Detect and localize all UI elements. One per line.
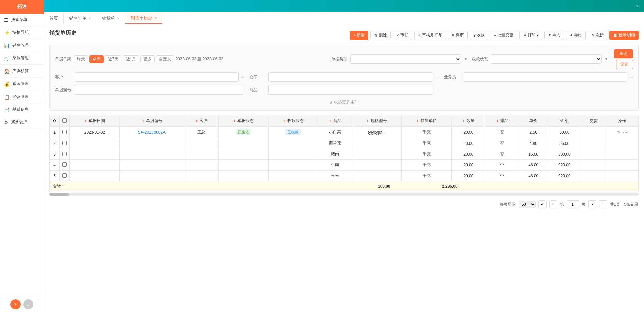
refresh-button[interactable]: ↻ 刷新 [588,31,607,40]
doc-type-dropdown-icon[interactable]: ▾ [465,57,467,61]
table-settings-icon[interactable]: ⚙ [53,119,56,123]
next-page-btn[interactable]: › [588,200,596,208]
tab-sales-history[interactable]: 销货单历史 × [125,12,162,24]
print-button[interactable]: 🖨 打印 ▾ [519,31,542,40]
filter-salesperson-input[interactable] [463,72,627,82]
horizontal-scrollbar[interactable] [49,193,639,196]
filter-goods-dots[interactable]: ··· [435,87,439,92]
setting-button[interactable]: 设置 [616,60,633,69]
more-action-icon[interactable]: ⋯ [623,130,627,135]
doc-no-link[interactable]: SA-20230602-0 [138,130,166,135]
cell-unit-price: 46.00 [519,160,548,171]
sidebar-item-search-menu[interactable]: ☰ 搜索菜单 [0,14,44,26]
show-detail-button[interactable]: 📋 显示明细 [609,31,639,40]
filter-doc-type-select[interactable] [350,54,461,64]
audit-icon: ✓ [396,33,399,37]
col-gift[interactable]: ⬆ 赠品 [485,115,519,127]
last-page-btn[interactable]: » [599,200,607,208]
sidebar-item-business-mgmt[interactable]: 📋 经营管理 [0,90,44,103]
tab-home[interactable]: 首页 [44,12,64,24]
col-customer[interactable]: ⬆ 客户 [185,115,218,127]
row-checkbox[interactable] [62,141,67,145]
sidebar-item-purchase-mgmt[interactable]: 🛒 采购管理 [0,52,44,65]
row-checkbox[interactable] [62,130,67,134]
collect-icon: ¥ [473,33,475,37]
first-page-btn[interactable]: « [538,200,547,208]
col-doc-status[interactable]: ⬆ 单据状态 [218,115,268,127]
business-mgmt-icon: 📋 [4,94,10,100]
scrollbar-thumb[interactable] [49,193,69,196]
cell-gift: 否 [485,171,519,181]
filter-customer-input[interactable] [74,72,239,82]
add-button[interactable]: + 新增 [350,31,368,40]
select-all-checkbox[interactable] [62,118,67,123]
audit-button[interactable]: ✓ 审核 [393,31,412,40]
filter-goods-input[interactable] [268,85,433,95]
cell-action[interactable]: ✎ ⋯ [606,127,638,138]
cell-checkbox[interactable] [60,149,70,160]
date-btn-today[interactable]: 今天 [89,55,104,63]
filter-warehouse-dots[interactable]: ··· [435,75,439,79]
cell-doc-status [218,160,268,171]
cell-checkbox[interactable] [60,171,70,181]
abandon-button[interactable]: ✕ 弃审 [448,31,468,40]
date-btn-custom[interactable]: 自定义 [156,55,174,63]
col-goods[interactable]: ⬆ 商品 [318,115,352,127]
query-button[interactable]: 查询 [614,49,633,58]
sidebar-bottom-btn1[interactable]: ☀ [10,299,21,309]
collect-button[interactable]: ¥ 收款 [470,31,488,40]
cell-spec [352,138,402,149]
cell-checkbox[interactable] [60,138,70,149]
col-collect-status[interactable]: ⬆ 收款状态 [268,115,318,127]
import-button[interactable]: ⬆ 导入 [544,31,564,40]
filter-collect-status-select[interactable] [491,54,602,64]
sidebar-item-label: 系统管理 [11,120,27,125]
tab-sales-goods[interactable]: 销货单 × [96,12,125,24]
filter-warehouse-label: 仓库 [249,74,266,80]
col-unit[interactable]: ⬆ 销售单位 [402,115,452,127]
row-checkbox[interactable] [62,152,67,156]
filter-salesperson-dots[interactable]: ··· [629,75,633,79]
col-doc-date[interactable]: ⬆ 单据日期 [70,115,120,127]
cell-checkbox[interactable] [60,160,70,171]
tab-sales-goods-close[interactable]: × [117,16,119,20]
row-checkbox[interactable] [62,173,67,178]
filter-docno-input[interactable] [74,85,244,95]
filter-customer-dots[interactable]: ··· [241,75,244,79]
filter-warehouse-input[interactable] [268,72,433,82]
export-button[interactable]: ⬇ 导出 [566,31,586,40]
audit-print-button[interactable]: ✓ 审核并打印 [414,31,446,40]
print-icon: 🖨 [523,33,527,37]
collapse-button[interactable]: ∧ 收起更多条件 [328,98,360,106]
col-settings[interactable]: ⚙ [50,115,60,127]
tab-sales-order-close[interactable]: × [89,16,91,20]
date-btn-last7days[interactable]: 近7天 [105,55,121,63]
sidebar-item-sales-mgmt[interactable]: 📊 销售管理 [0,39,44,52]
sidebar-item-base-info[interactable]: 📑 基础信息 [0,103,44,116]
col-spec[interactable]: ⬆ 规格型号 [352,115,402,127]
collect-status-dropdown-icon[interactable]: ▾ [605,57,607,61]
window-close-btn[interactable]: × [636,4,639,9]
page-number-input[interactable] [567,200,579,208]
row-checkbox[interactable] [62,162,67,167]
batch-change-button[interactable]: ≡ 批量变更 [491,31,517,40]
cell-doc-no[interactable]: SA-20230602-0 [119,127,185,138]
sidebar-bottom-btn2[interactable]: ⏸ [23,299,33,309]
tab-sales-history-close[interactable]: × [155,16,157,20]
col-doc-no[interactable]: ⬆ 单据编号 [119,115,185,127]
sidebar-item-finance-mgmt[interactable]: 💰 资金管理 [0,78,44,90]
sidebar-item-sys-mgmt[interactable]: ⚙ 系统管理 [0,116,44,129]
edit-action-icon[interactable]: ✎ [617,130,621,135]
per-page-select[interactable]: 50 100 200 [519,201,536,208]
date-btn-more[interactable]: 更多 [140,55,155,63]
sidebar-item-inventory-calc[interactable]: 🏠 库存核算 [0,65,44,78]
sidebar-item-quick-nav[interactable]: ⚡ 快捷导航 [0,26,44,39]
cell-checkbox[interactable] [60,127,70,138]
tab-sales-order[interactable]: 销售订单 × [64,12,96,24]
date-btn-yesterday[interactable]: 昨天 [74,55,88,63]
col-qty[interactable]: ⬆ 数量 [451,115,485,127]
delete-button[interactable]: 🗑 删除 [370,31,391,40]
cell-doc-status: 已生效 [218,127,268,138]
date-btn-lastmonth[interactable]: 近1月 [123,55,139,63]
prev-page-btn[interactable]: ‹ [549,200,557,208]
